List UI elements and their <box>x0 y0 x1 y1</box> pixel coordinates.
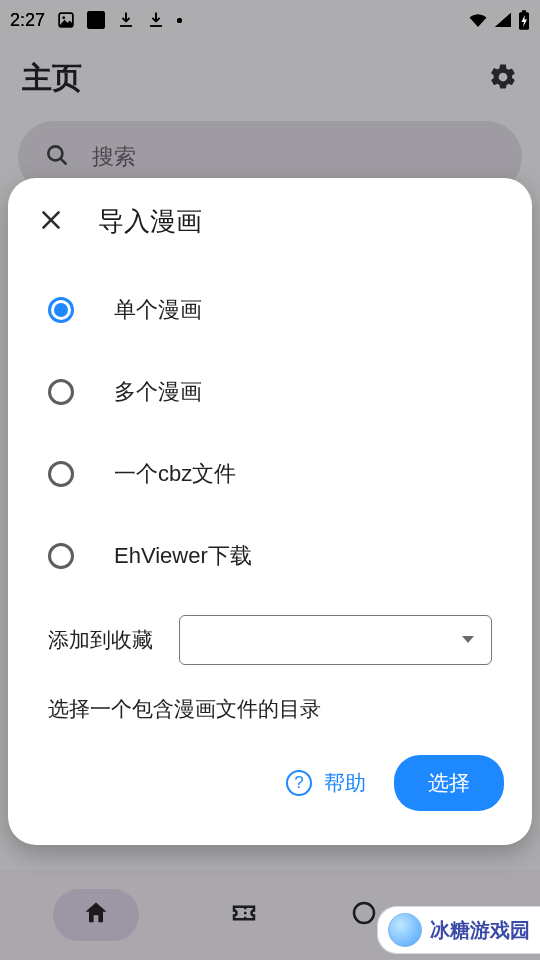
more-notifications-icon <box>177 18 182 23</box>
app-indicator-icon <box>87 11 105 29</box>
radio-icon <box>48 461 74 487</box>
cellular-icon <box>494 12 512 28</box>
import-comics-dialog: 导入漫画 单个漫画 多个漫画 一个cbz文件 EhViewer下载 添加到收藏 … <box>8 178 532 845</box>
watermark-logo-icon <box>388 913 422 947</box>
favorites-select[interactable] <box>179 615 492 665</box>
help-label: 帮助 <box>324 769 366 797</box>
radio-label: 一个cbz文件 <box>114 459 236 489</box>
radio-icon <box>48 379 74 405</box>
download-icon <box>117 11 135 29</box>
radio-option-cbz[interactable]: 一个cbz文件 <box>8 433 532 515</box>
radio-option-single[interactable]: 单个漫画 <box>8 269 532 351</box>
radio-label: EhViewer下载 <box>114 541 252 571</box>
wifi-icon <box>468 12 488 28</box>
dialog-title: 导入漫画 <box>98 204 202 239</box>
radio-option-multiple[interactable]: 多个漫画 <box>8 351 532 433</box>
import-type-radio-group: 单个漫画 多个漫画 一个cbz文件 EhViewer下载 <box>8 247 532 603</box>
select-button[interactable]: 选择 <box>394 755 504 811</box>
watermark-badge: 冰糖游戏园 <box>377 906 540 954</box>
chevron-down-icon <box>461 631 475 649</box>
help-icon: ? <box>286 770 312 796</box>
help-button[interactable]: ? 帮助 <box>286 769 366 797</box>
radio-label: 单个漫画 <box>114 295 202 325</box>
download-icon <box>147 11 165 29</box>
svg-point-7 <box>63 17 65 19</box>
hint-text: 选择一个包含漫画文件的目录 <box>8 665 532 723</box>
radio-icon <box>48 297 74 323</box>
radio-icon <box>48 543 74 569</box>
close-icon[interactable] <box>38 207 64 237</box>
svg-rect-9 <box>522 11 526 13</box>
radio-option-ehviewer[interactable]: EhViewer下载 <box>8 515 532 597</box>
picture-icon <box>57 11 75 29</box>
watermark-label: 冰糖游戏园 <box>430 917 530 944</box>
status-time: 2:27 <box>10 10 45 31</box>
radio-label: 多个漫画 <box>114 377 202 407</box>
battery-icon <box>518 10 530 30</box>
favorites-label: 添加到收藏 <box>48 626 153 654</box>
status-bar-overlay: 2:27 <box>0 0 540 40</box>
